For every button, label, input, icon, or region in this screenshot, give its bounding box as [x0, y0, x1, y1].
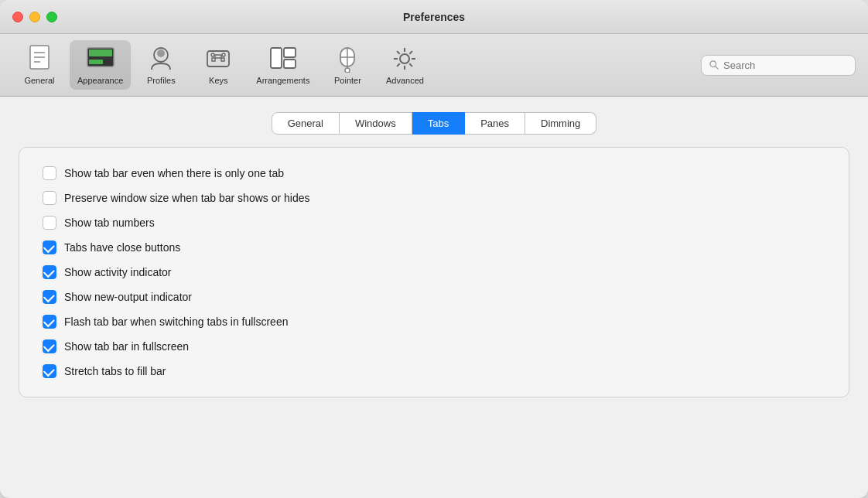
toolbar-label-arrangements: Arrangements: [256, 76, 309, 85]
list-item: Show tab numbers: [43, 213, 825, 233]
toolbar-item-appearance[interactable]: Appearance: [70, 40, 131, 90]
toolbar-item-pointer[interactable]: Pointer: [320, 40, 374, 90]
search-box[interactable]: [701, 55, 856, 76]
list-item: Stretch tabs to fill bar: [43, 361, 825, 381]
toolbar-label-appearance: Appearance: [77, 76, 123, 85]
general-icon: [26, 45, 53, 73]
appearance-icon: [87, 45, 114, 73]
traffic-lights: [12, 12, 57, 22]
toolbar-label-advanced: Advanced: [386, 76, 424, 85]
svg-rect-14: [284, 60, 296, 68]
checkbox-show-tab-numbers[interactable]: [43, 216, 56, 230]
titlebar: Preferences: [0, 0, 868, 34]
tab-tabs[interactable]: Tabs: [412, 112, 465, 135]
svg-line-30: [716, 67, 718, 69]
label-show-tab-bar-one: Show tab bar even when there is only one…: [64, 167, 284, 179]
tab-windows[interactable]: Windows: [340, 112, 412, 135]
svg-rect-13: [284, 48, 296, 57]
label-preserve-window-size: Preserve window size when tab bar shows …: [64, 192, 310, 204]
toolbar-item-keys[interactable]: Keys: [191, 40, 245, 90]
svg-rect-5: [89, 49, 112, 56]
advanced-icon: [391, 45, 419, 73]
maximize-button[interactable]: [46, 12, 57, 22]
checkbox-show-tab-bar-fullscreen[interactable]: [43, 339, 56, 353]
svg-line-26: [410, 63, 413, 67]
window-title: Preferences: [403, 11, 465, 23]
svg-point-8: [157, 49, 165, 57]
svg-line-27: [410, 51, 413, 54]
pointer-icon: [333, 45, 361, 73]
toolbar-label-profiles: Profiles: [147, 76, 176, 85]
checkbox-show-activity-indicator[interactable]: [43, 265, 56, 279]
arrangements-icon: [269, 45, 297, 73]
toolbar-item-general[interactable]: General: [12, 40, 67, 90]
list-item: Show new-output indicator: [43, 287, 825, 307]
svg-rect-9: [207, 51, 229, 67]
checkbox-flash-tab-bar[interactable]: [43, 315, 56, 329]
svg-point-11: [222, 53, 225, 56]
toolbar-item-arrangements[interactable]: Arrangements: [248, 40, 317, 90]
label-flash-tab-bar: Flash tab bar when switching tabs in ful…: [64, 316, 288, 328]
checkbox-show-new-output-indicator[interactable]: [43, 290, 56, 304]
list-item: Show activity indicator: [43, 262, 825, 282]
checkbox-stretch-tabs[interactable]: [43, 364, 56, 378]
tab-panes[interactable]: Panes: [465, 112, 525, 135]
toolbar-label-pointer: Pointer: [334, 76, 361, 85]
checkbox-show-tab-bar-one[interactable]: [43, 166, 56, 180]
toolbar-item-profiles[interactable]: Profiles: [134, 40, 188, 90]
list-item: Tabs have close buttons: [43, 237, 825, 258]
label-show-tab-numbers: Show tab numbers: [64, 217, 155, 229]
toolbar-item-advanced[interactable]: Advanced: [378, 40, 432, 90]
profiles-icon: [147, 45, 175, 73]
tab-general[interactable]: General: [272, 112, 340, 135]
label-show-tab-bar-fullscreen: Show tab bar in fullscreen: [64, 340, 189, 353]
settings-panel: Show tab bar even when there is only one…: [19, 147, 849, 397]
subtabs: General Windows Tabs Panes Dimming: [19, 112, 849, 135]
keys-icon: [204, 45, 232, 73]
toolbar-label-keys: Keys: [209, 76, 227, 85]
search-icon: [709, 60, 719, 70]
minimize-button[interactable]: [29, 12, 40, 22]
toolbar: General Appearance Profile: [0, 34, 868, 97]
label-show-activity-indicator: Show activity indicator: [64, 266, 172, 278]
tab-dimming[interactable]: Dimming: [525, 112, 596, 135]
list-item: Show tab bar in fullscreen: [43, 336, 825, 356]
svg-point-10: [211, 53, 214, 56]
svg-rect-6: [89, 60, 103, 64]
svg-line-28: [398, 63, 401, 67]
close-button[interactable]: [12, 12, 23, 22]
list-item: Show tab bar even when there is only one…: [43, 163, 825, 183]
svg-point-20: [400, 54, 409, 63]
main-window: Preferences General: [0, 0, 868, 498]
svg-point-18: [345, 68, 350, 73]
checkbox-tabs-close-buttons[interactable]: [43, 240, 56, 254]
checkbox-preserve-window-size[interactable]: [43, 191, 56, 205]
list-item: Flash tab bar when switching tabs in ful…: [43, 312, 825, 332]
svg-line-25: [398, 51, 401, 54]
label-show-new-output-indicator: Show new-output indicator: [64, 291, 192, 303]
list-item: Preserve window size when tab bar shows …: [43, 188, 825, 208]
label-stretch-tabs: Stretch tabs to fill bar: [64, 365, 166, 377]
label-tabs-close-buttons: Tabs have close buttons: [64, 241, 180, 254]
toolbar-label-general: General: [24, 76, 54, 85]
search-input[interactable]: [723, 60, 847, 71]
svg-rect-12: [271, 48, 282, 68]
content-area: General Windows Tabs Panes Dimming Show …: [0, 97, 868, 498]
